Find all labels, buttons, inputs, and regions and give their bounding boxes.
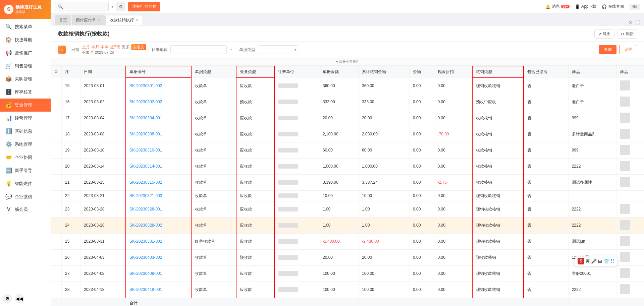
- cell-amount: 10.00: [319, 190, 358, 201]
- topbar-search[interactable]: 🔍: [55, 2, 109, 11]
- date-more[interactable]: 更多: [122, 44, 130, 50]
- sidebar-label-purchase: 采购管理: [15, 76, 32, 82]
- table-header-row: ⚙ 序 日期 单据编号 单据类型 业务类型 往来单位 单据金额 累计核销金额 余…: [51, 66, 644, 78]
- sidebar-item-wechat[interactable]: 💬 企业微信: [0, 190, 51, 203]
- cell-amount: -2,430.00: [319, 233, 358, 249]
- cell-goods: 测试jun: [568, 233, 616, 249]
- cell-no: 24: [62, 217, 80, 233]
- cell-goods2: [616, 78, 644, 94]
- sales-icon: 🛒: [5, 63, 12, 69]
- sidebar-item-guide[interactable]: 🆕 新手引导: [0, 164, 51, 177]
- table-container[interactable]: ⚙ 序 日期 单据编号 单据类型 业务类型 往来单位 单据金额 累计核销金额 余…: [51, 66, 644, 306]
- sidebar-item-purchase[interactable]: 📦 采购管理: [0, 72, 51, 85]
- cell-goods: 2222: [568, 282, 616, 298]
- table-row: 23 2023-03-28 SK-20230328-001 收款单 应收款 1.…: [51, 201, 644, 217]
- voucher-link[interactable]: SK-20230302-002: [129, 100, 162, 104]
- cell-amount: 1.00: [319, 201, 358, 217]
- voucher-link[interactable]: SK-20230314-001: [129, 164, 162, 169]
- window-maximize-icon[interactable]: ⛶: [635, 20, 640, 25]
- message-action[interactable]: 🔔 消息 99+: [545, 4, 570, 9]
- voucher-link[interactable]: SK-20230321-003: [129, 193, 162, 198]
- sidebar-item-hardware[interactable]: 💡 智能硬件: [0, 177, 51, 190]
- th-include-settled: 包含已结清: [524, 66, 568, 78]
- cell-include-settled: 否: [524, 190, 568, 201]
- cell-cash-discount: 0.00: [434, 142, 472, 158]
- th-settings[interactable]: ⚙: [51, 66, 62, 78]
- tab-home[interactable]: 首页: [55, 15, 71, 25]
- sidebar-item-quicknav[interactable]: 🏠 快捷导航: [0, 33, 51, 46]
- partner-filter-input[interactable]: [170, 45, 227, 54]
- tab-collection-label: 收款核销执行: [110, 17, 134, 23]
- topbar-dropdown-arrow[interactable]: ▾: [111, 4, 113, 9]
- topbar-gear-icon[interactable]: ⚙: [116, 2, 125, 11]
- date-custom-button[interactable]: 自定义: [131, 44, 146, 50]
- cell-voucher-type: 收款单: [191, 282, 236, 298]
- sidebar-item-operations[interactable]: 📊 经营管理: [0, 112, 51, 125]
- cell-goods: 2222: [568, 158, 616, 174]
- export-button[interactable]: ↗ 导出: [594, 29, 614, 39]
- voucher-link[interactable]: SK-20230301-002: [129, 83, 162, 88]
- sidebar-item-finance[interactable]: 💰 资金管理: [0, 99, 51, 112]
- cell-partner: [274, 249, 319, 265]
- service-label: 在线客服: [608, 4, 624, 9]
- date-7days[interactable]: 近7天: [110, 44, 120, 50]
- cell-voucher-type: 收款单: [191, 217, 236, 233]
- voucher-link[interactable]: SK-20230304-001: [129, 116, 162, 120]
- cell-include-settled: 否: [524, 174, 568, 190]
- footer-settings: [51, 298, 62, 306]
- service-action[interactable]: 🎧 在线客服: [602, 4, 624, 9]
- sidebar-item-marketing[interactable]: 📢 营销推广: [0, 46, 51, 59]
- voucher-link[interactable]: SK-20230310-001: [129, 148, 162, 152]
- cell-settings: [51, 158, 62, 174]
- voucher-link[interactable]: SK-20230408-001: [129, 271, 162, 276]
- cell-biz-type: 预收款: [236, 249, 274, 265]
- query-button[interactable]: 查询: [599, 45, 616, 54]
- date-this-month[interactable]: 本月: [91, 44, 99, 50]
- sidebar-item-inventory[interactable]: 🗄️ 库存核算: [0, 85, 51, 99]
- sidebar-item-sales[interactable]: 🛒 销售管理: [0, 59, 51, 72]
- settings-button[interactable]: 设置: [619, 45, 637, 54]
- date-last-month[interactable]: 上月: [82, 44, 90, 50]
- voucher-link[interactable]: SK-20230331-002: [129, 239, 162, 244]
- voucher-type-select[interactable]: [258, 45, 298, 54]
- cell-date: 2023-03-02: [80, 94, 126, 110]
- table-row: 17 2023-03-04 SK-20230304-001 收款单 应收款 20…: [51, 110, 644, 126]
- expand-more-button[interactable]: ▾ 展开更多条件: [336, 59, 359, 64]
- refresh-button[interactable]: ↺ 刷新: [617, 29, 637, 39]
- cell-partner: [274, 78, 319, 94]
- sidebar-item-basics[interactable]: ℹ️ 基础信息: [0, 125, 51, 138]
- date-filter-group: 日期 上月 本月 本年 近7天 更多 自定义 不限 至 2023-07-26: [71, 44, 146, 55]
- filter-expand-button[interactable]: »: [58, 46, 66, 54]
- cell-cash-discount: 0.00: [434, 158, 472, 174]
- user-display[interactable]: Rit: [630, 4, 640, 10]
- table-row: 20 2023-03-14 SK-20230314-001 收款单 应收款 1,…: [51, 158, 644, 174]
- table-row: 28 2023-04-18 SK-20230418-001 收款单 应收款 10…: [51, 282, 644, 298]
- tab-collection-close[interactable]: ✕: [136, 18, 139, 22]
- table-row: 19 2023-03-10 SK-20230310-001 收款单 应收款 60…: [51, 142, 644, 158]
- app-download-action[interactable]: 📱 App下载: [575, 4, 596, 9]
- solution-button[interactable]: 体验行业方案: [128, 2, 160, 11]
- sidebar-menu: 🔍 搜索菜单 🏠 快捷导航 📢 营销推广 🛒 销售管理 📦 采购管理 🗄️ 库存…: [0, 19, 51, 291]
- cell-cash-discount: 0.00: [434, 217, 472, 233]
- sidebar-item-search[interactable]: 🔍 搜索菜单: [0, 20, 51, 33]
- sidebar-item-system[interactable]: ⚙️ 系统管理: [0, 138, 51, 151]
- sidebar-collapse-icon[interactable]: ◀◀: [15, 294, 24, 303]
- voucher-link[interactable]: SK-20230328-001: [129, 207, 162, 211]
- tab-collection[interactable]: 收款核销执行 ✕: [105, 15, 143, 25]
- cell-partner: [274, 265, 319, 282]
- cell-biz-type: 应收款: [236, 265, 274, 282]
- window-close-icon[interactable]: ✕: [629, 20, 633, 25]
- voucher-link[interactable]: SK-20230328-002: [129, 223, 162, 228]
- sidebar-item-member[interactable]: V 畅会员: [0, 203, 51, 216]
- cell-voucher-type: 收款单: [191, 190, 236, 201]
- voucher-link[interactable]: SK-20230308-001: [129, 132, 162, 136]
- cell-date: 2023-03-08: [80, 126, 126, 142]
- sidebar-settings-icon[interactable]: ⚙: [3, 294, 12, 303]
- date-this-year[interactable]: 本年: [101, 44, 109, 50]
- tab-prepayment-close[interactable]: ✕: [98, 18, 101, 22]
- voucher-link[interactable]: SK-20230418-001: [129, 287, 162, 292]
- sidebar-item-enterprise[interactable]: 🤝 企业协同: [0, 151, 51, 164]
- tab-prepayment[interactable]: 预付应付单 ✕: [72, 15, 105, 25]
- voucher-link[interactable]: SK-20230315-002: [129, 180, 162, 185]
- voucher-link[interactable]: SK-20230403-002: [129, 255, 162, 260]
